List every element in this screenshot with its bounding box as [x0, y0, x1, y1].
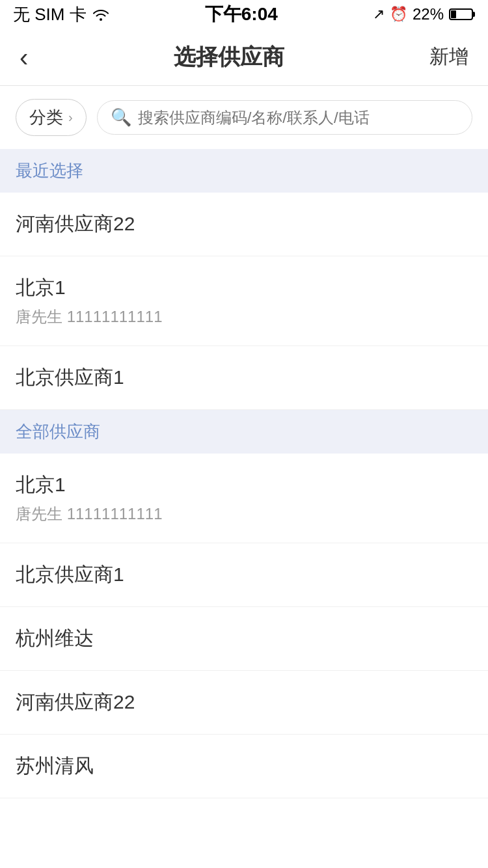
all-section-header: 全部供应商: [0, 410, 488, 454]
add-button[interactable]: 新增: [429, 44, 468, 70]
recent-list-item[interactable]: 河南供应商22: [0, 193, 488, 256]
back-button[interactable]: ‹: [20, 44, 28, 70]
nav-bar: ‹ 选择供应商 新增: [0, 29, 488, 86]
filter-bar: 分类 › 🔍: [0, 86, 488, 149]
category-button[interactable]: 分类 ›: [16, 99, 87, 136]
svg-rect-2: [451, 10, 456, 18]
search-input[interactable]: [138, 109, 459, 127]
recent-section-label: 最近选择: [16, 161, 83, 180]
alarm-icon: ⏰: [390, 6, 407, 23]
svg-rect-1: [472, 12, 475, 17]
all-list-item[interactable]: 北京供应商1: [0, 543, 488, 607]
item-name: 苏州清风: [16, 753, 472, 780]
battery-text: 22%: [413, 5, 444, 23]
all-list-item[interactable]: 杭州维达: [0, 607, 488, 671]
item-name: 杭州维达: [16, 625, 472, 652]
all-list-item[interactable]: 北京1唐先生 11111111111: [0, 454, 488, 543]
all-list-item[interactable]: 河南供应商22: [0, 671, 488, 735]
item-name: 北京供应商1: [16, 562, 472, 588]
search-box: 🔍: [97, 100, 472, 135]
all-items-list: 北京1唐先生 11111111111北京供应商1杭州维达河南供应商22苏州清风: [0, 454, 488, 798]
chevron-right-icon: ›: [68, 110, 73, 125]
status-bar: 无 SIM 卡 下午6:04 ↗ ⏰ 22%: [0, 0, 488, 29]
recent-list-item[interactable]: 北京供应商1: [0, 346, 488, 410]
item-name: 北京1: [16, 275, 472, 301]
item-name: 北京1: [16, 472, 472, 498]
status-time: 下午6:04: [205, 2, 278, 27]
all-list-item[interactable]: 苏州清风: [0, 735, 488, 798]
wifi-icon: [92, 8, 110, 21]
item-name: 河南供应商22: [16, 211, 472, 237]
all-section-label: 全部供应商: [16, 422, 100, 441]
status-right: ↗ ⏰ 22%: [373, 5, 475, 23]
recent-list-item[interactable]: 北京1唐先生 11111111111: [0, 256, 488, 346]
battery-icon: [449, 7, 475, 21]
recent-section-header: 最近选择: [0, 149, 488, 193]
category-label: 分类: [29, 106, 63, 129]
item-sub: 唐先生 11111111111: [16, 306, 472, 327]
item-name: 河南供应商22: [16, 689, 472, 716]
status-carrier: 无 SIM 卡: [13, 3, 110, 26]
location-icon: ↗: [373, 6, 385, 23]
search-icon: 🔍: [111, 107, 131, 128]
item-name: 北京供应商1: [16, 364, 472, 391]
item-sub: 唐先生 11111111111: [16, 504, 472, 524]
recent-items-list: 河南供应商22北京1唐先生 11111111111北京供应商1: [0, 193, 488, 410]
page-title: 选择供应商: [174, 42, 284, 72]
